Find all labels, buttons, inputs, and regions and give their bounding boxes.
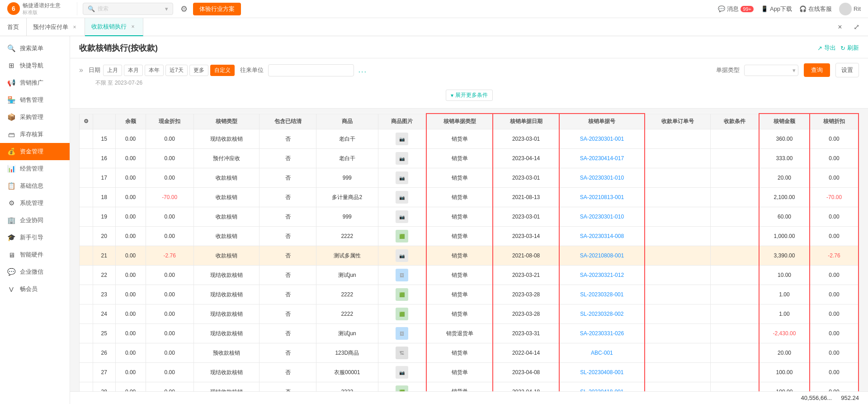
gear-icon[interactable]: ⚙: [180, 4, 188, 14]
td-bill-date: 2023-03-31: [493, 324, 559, 343]
sidebar-label-operations: 经营管理: [20, 165, 43, 173]
date-filter: 日期 上月 本月 本年 近7天 更多 自定义: [89, 65, 235, 76]
bill-no-link[interactable]: SA-20230301-001: [580, 136, 624, 142]
td-receipt-order-no: [645, 285, 711, 304]
bill-no-link[interactable]: SA-20230321-012: [580, 272, 624, 278]
bill-no-link[interactable]: SA-20230314-008: [580, 233, 624, 239]
sidebar-item-search-menu[interactable]: 🔍搜索菜单: [0, 40, 70, 57]
td-balance: 0.00: [115, 188, 146, 207]
sidebar-item-basic-info[interactable]: 📋基础信息: [0, 177, 70, 195]
sidebar-item-enterprise[interactable]: 🏢企业协同: [0, 212, 70, 229]
td-bill-type: 销货单: [426, 207, 493, 227]
td-settings: [80, 324, 93, 343]
bill-no-link[interactable]: SA-20230331-026: [580, 330, 624, 337]
td-bill-no: SA-20230414-017: [559, 149, 645, 168]
td-cash-discount: 0.00: [146, 324, 193, 343]
td-row-num: 22: [93, 266, 116, 285]
tab-close-window-icon[interactable]: ×: [834, 21, 846, 33]
bill-type-select[interactable]: [744, 65, 798, 76]
sidebar-item-system[interactable]: ⚙系统管理: [0, 195, 70, 212]
counterparty-filter: 往来单位 ...: [240, 64, 711, 76]
td-row-num: 26: [93, 343, 116, 363]
td-writeoff-discount: -2.76: [810, 246, 859, 266]
td-receipt-order-no: [645, 246, 711, 266]
td-balance: 0.00: [115, 304, 146, 324]
td-balance: 0.00: [115, 246, 146, 266]
app-download-button[interactable]: 📱 App下载: [761, 5, 792, 13]
goods-image-placeholder: 📷: [396, 152, 408, 165]
bill-no-link[interactable]: SA-20230414-017: [580, 155, 624, 162]
refresh-button[interactable]: ↻ 刷新: [840, 44, 859, 52]
sidebar-label-vip: 畅会员: [20, 285, 38, 293]
td-payment-condition: [711, 266, 759, 285]
filter-collapse-icon[interactable]: »: [79, 66, 83, 74]
user-avatar: [839, 3, 852, 15]
date-btn-group: 上月 本月 本年 近7天 更多 自定义: [103, 65, 235, 76]
th-writeoff-amount: 核销金额: [759, 114, 810, 129]
bill-no-link[interactable]: SA-20210813-001: [580, 194, 624, 200]
counterparty-ellipsis[interactable]: ...: [359, 66, 367, 74]
tab-writeoff[interactable]: 收款核销执行 ×: [85, 18, 143, 36]
sidebar-item-wechat[interactable]: 💬企业微信: [0, 263, 70, 280]
refresh-icon: ↻: [840, 45, 845, 52]
logo-icon: 6: [7, 2, 20, 15]
expand-conditions-button[interactable]: ▾ 展开更多条件: [446, 90, 493, 101]
sidebar-item-sales[interactable]: 🏪销售管理: [0, 91, 70, 109]
filter-bar: » 日期 上月 本月 本年 近7天 更多 自定义 往来单位 ...: [70, 58, 868, 109]
bill-no-link[interactable]: SA-20210808-001: [580, 252, 624, 259]
td-bill-date: 2023-03-14: [493, 227, 559, 246]
bill-no-link[interactable]: SL-20230408-001: [580, 369, 623, 375]
tab-prepay[interactable]: 预付冲应付单 ×: [27, 18, 85, 36]
export-button[interactable]: ↗ 导出: [817, 44, 836, 52]
industry-solution-button[interactable]: 体验行业方案: [193, 3, 241, 15]
custom-date-btn[interactable]: 自定义: [210, 65, 235, 76]
td-goods-image: 📷: [378, 207, 426, 227]
sidebar-label-inventory: 库存核算: [20, 130, 43, 138]
sidebar-item-guide[interactable]: 🎓新手引导: [0, 229, 70, 246]
table-row: 22 0.00 0.00 现结收款核销 否 测试jun 🖼 销货单 2023-0…: [80, 266, 859, 285]
online-service-button[interactable]: 🎧 在线客服: [799, 5, 832, 13]
bill-no-link[interactable]: SA-20230301-010: [580, 214, 624, 220]
more-date-btn[interactable]: 更多: [189, 65, 208, 76]
sidebar-label-sales: 销售管理: [20, 96, 43, 104]
tab-prepay-close[interactable]: ×: [71, 24, 78, 31]
th-settings[interactable]: ⚙: [80, 114, 93, 129]
td-payment-condition: [711, 285, 759, 304]
tab-maximize-icon[interactable]: ⤢: [850, 21, 863, 33]
this-month-btn[interactable]: 本月: [124, 65, 143, 76]
td-bill-type: 销货单: [426, 149, 493, 168]
sidebar-item-inventory[interactable]: 🗃库存核算: [0, 126, 70, 143]
td-include-settled: 否: [259, 285, 316, 304]
message-button[interactable]: 💬 消息 99+: [718, 5, 754, 13]
user-profile[interactable]: Rit: [839, 3, 861, 15]
td-bill-date: 2023-03-01: [493, 207, 559, 227]
counterparty-input[interactable]: [268, 64, 354, 76]
table-row: 21 0.00 -2.76 收款核销 否 测试多属性 📷 销货单 2021-08…: [80, 246, 859, 266]
settings-button[interactable]: 设置: [835, 63, 859, 77]
sidebar-icon-system: ⚙: [7, 199, 15, 207]
sidebar-item-operations[interactable]: 📊经营管理: [0, 160, 70, 177]
td-bill-no: SA-20210813-001: [559, 188, 645, 207]
bill-no-link[interactable]: SL-20230328-001: [580, 291, 623, 298]
sidebar-item-purchase[interactable]: 📦采购管理: [0, 109, 70, 126]
td-include-settled: 否: [259, 207, 316, 227]
td-include-settled: 否: [259, 343, 316, 363]
tab-home[interactable]: 首页: [0, 18, 27, 36]
query-button[interactable]: 查询: [804, 63, 830, 77]
top-search-box[interactable]: 🔍 搜索 ▾: [83, 3, 173, 15]
sidebar-item-finance[interactable]: 💰资金管理: [0, 143, 70, 160]
this-year-btn[interactable]: 本年: [145, 65, 164, 76]
tab-writeoff-close[interactable]: ×: [129, 23, 137, 30]
td-settings: [80, 343, 93, 363]
sidebar-item-vip[interactable]: V畅会员: [0, 280, 70, 298]
last7days-btn[interactable]: 近7天: [165, 65, 188, 76]
sidebar-item-quick-nav[interactable]: ⊞快捷导航: [0, 57, 70, 74]
last-month-btn[interactable]: 上月: [103, 65, 122, 76]
sidebar-item-hardware[interactable]: 🖥智能硬件: [0, 246, 70, 263]
bill-no-link[interactable]: SL-20230328-002: [580, 311, 623, 317]
bill-no-link[interactable]: ABC-001: [591, 350, 613, 356]
td-writeoff-discount: 0.00: [810, 324, 859, 343]
bill-no-link[interactable]: SA-20230301-010: [580, 175, 624, 181]
sidebar-item-marketing[interactable]: 📢营销推广: [0, 74, 70, 91]
goods-image: 🟩: [396, 230, 408, 242]
